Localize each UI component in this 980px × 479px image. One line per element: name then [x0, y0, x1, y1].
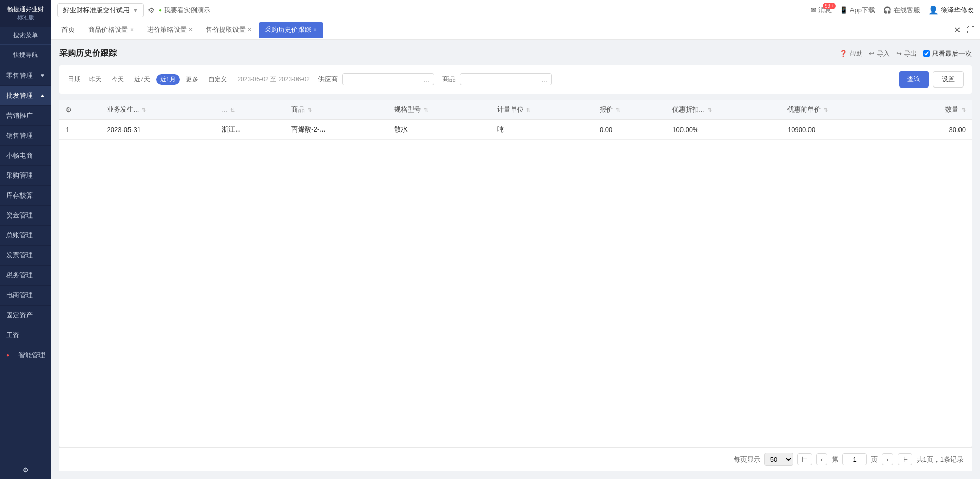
sidebar-item-retail[interactable]: 零售管理 ▼: [0, 66, 51, 86]
only-last-checkbox[interactable]: 只看最后一次: [923, 49, 972, 58]
topbar-user-name: 徐泽华修改: [941, 6, 974, 15]
tab-price-close-icon[interactable]: ×: [130, 26, 134, 33]
th-date[interactable]: 业务发生... ⇅: [101, 100, 216, 120]
topbar-version-selector[interactable]: 好业财标准版交付试用 ▼: [57, 3, 144, 17]
pagination-prev-button[interactable]: ‹: [816, 453, 827, 465]
date-pill-last7[interactable]: 近7天: [130, 74, 154, 85]
sidebar-item-inventory[interactable]: 库存核算: [0, 186, 51, 206]
tab-sale-price[interactable]: 售价提取设置 ×: [200, 22, 258, 38]
export-icon: ↪: [896, 50, 902, 57]
sidebar-item-sales[interactable]: 销售管理: [0, 126, 51, 146]
th-gear[interactable]: ⚙: [59, 100, 101, 120]
tab-history-price[interactable]: 采购历史价跟踪 ×: [259, 22, 323, 38]
sidebar-item-wholesale[interactable]: 批发管理 ▲: [0, 86, 51, 106]
tab-close-icon[interactable]: ✕: [953, 24, 962, 36]
pagination-page-input[interactable]: [847, 455, 862, 463]
pagination-page-suffix: 页: [871, 455, 878, 464]
sidebar-item-wholesale-arrow: ▲: [40, 93, 45, 98]
th-pre-price-sort-icon: ⇅: [824, 107, 828, 113]
th-discount[interactable]: 优惠折扣... ⇅: [666, 100, 781, 120]
product-dots-icon[interactable]: ...: [541, 75, 547, 83]
tab-expand-icon[interactable]: ⛶: [966, 25, 976, 36]
sidebar-item-retail-arrow: ▼: [40, 73, 45, 78]
table-body: 1 2023-05-31 浙江... 丙烯酸-2-... 散水 吨 0.00 1…: [59, 120, 972, 140]
tab-price[interactable]: 商品价格设置 ×: [82, 22, 140, 38]
row-pre-price-cell: 10900.00: [781, 120, 899, 140]
row-spec-cell: 散水: [388, 120, 491, 140]
sidebar-item-smart[interactable]: 智能管理: [0, 345, 51, 365]
sidebar-item-inventory-label: 库存核算: [6, 191, 33, 200]
date-pill-today[interactable]: 今天: [108, 74, 128, 85]
row-gear-cell: 1: [59, 120, 101, 140]
th-product[interactable]: 商品 ⇅: [285, 100, 388, 120]
pagination-last-button[interactable]: ⊩: [898, 453, 912, 465]
sidebar-item-marketing-label: 营销推广: [6, 111, 33, 120]
th-price[interactable]: 报价 ⇅: [593, 100, 666, 120]
th-date-sort-icon: ⇅: [142, 107, 146, 113]
sidebar-item-payroll[interactable]: 工资: [0, 325, 51, 345]
th-pre-price[interactable]: 优惠前单价 ⇅: [781, 100, 899, 120]
row-col3-cell: 浙江...: [216, 120, 285, 140]
help-button[interactable]: ❓ 帮助: [839, 49, 863, 58]
sidebar-item-assets[interactable]: 固定资产: [0, 306, 51, 325]
filter-supplier-input[interactable]: [347, 76, 423, 83]
sidebar-item-ecommerce[interactable]: 电商管理: [0, 286, 51, 306]
export-label: 导出: [904, 49, 917, 58]
settings-button[interactable]: 设置: [933, 71, 964, 88]
topbar-demo-link[interactable]: 我要看实例演示: [159, 6, 210, 15]
tab-history-price-close-icon[interactable]: ×: [313, 26, 317, 33]
topbar-message[interactable]: ✉ 消息 99+: [811, 6, 832, 15]
page-title: 采购历史价跟踪: [59, 48, 117, 59]
th-quantity-label: 数量: [945, 105, 958, 113]
message-badge: 99+: [823, 3, 836, 9]
topbar-user[interactable]: 👤 徐泽华修改: [928, 5, 974, 15]
table-header: ⚙ 业务发生... ⇅ ... ⇅ 商品 ⇅: [59, 100, 972, 120]
import-icon: ↩: [869, 50, 875, 57]
sidebar-item-ledger[interactable]: 总账管理: [0, 226, 51, 246]
tab-purchase-strategy[interactable]: 进价策略设置 ×: [141, 22, 199, 38]
th-price-label: 报价: [600, 105, 613, 113]
filter-product-input[interactable]: [464, 76, 541, 83]
tab-sale-price-close-icon[interactable]: ×: [248, 26, 251, 33]
date-pill-more[interactable]: 更多: [182, 74, 202, 85]
import-button[interactable]: ↩ 导入: [869, 49, 890, 58]
topbar: 好业财标准版交付试用 ▼ ⚙ 我要看实例演示 ✉ 消息 99+ 📱 App下载 …: [51, 0, 980, 20]
sidebar-item-invoice[interactable]: 发票管理: [0, 246, 51, 266]
th-unit[interactable]: 计量单位 ⇅: [491, 100, 593, 120]
pagination-first-button[interactable]: ⊨: [797, 453, 812, 465]
sidebar-item-tax[interactable]: 税务管理: [0, 266, 51, 286]
sidebar-item-retail-label: 零售管理: [6, 71, 33, 80]
th-col3[interactable]: ... ⇅: [216, 100, 285, 120]
export-button[interactable]: ↪ 导出: [896, 49, 917, 58]
sidebar-item-invoice-label: 发票管理: [6, 251, 33, 260]
supplier-dots-icon[interactable]: ...: [423, 75, 430, 83]
sidebar: 畅捷通好业财 标准版 搜索菜单 快捷导航 零售管理 ▼ 批发管理 ▲ 营销推广 …: [0, 0, 51, 479]
date-pill-last1m[interactable]: 近1月: [156, 74, 180, 85]
date-pill-custom[interactable]: 自定义: [204, 74, 231, 85]
query-button[interactable]: 查询: [899, 71, 929, 88]
sidebar-settings-icon[interactable]: ⚙: [0, 461, 51, 479]
topbar-app-download[interactable]: 📱 App下载: [840, 6, 875, 15]
topbar-settings-icon[interactable]: ⚙: [148, 6, 155, 14]
th-quantity[interactable]: 数量 ⇅: [899, 100, 972, 120]
tab-home-label: 首页: [61, 25, 75, 34]
tab-home[interactable]: 首页: [55, 22, 81, 38]
data-table: ⚙ 业务发生... ⇅ ... ⇅ 商品 ⇅: [59, 100, 972, 140]
only-last-input[interactable]: [923, 50, 930, 57]
date-pill-yesterday[interactable]: 昨天: [85, 74, 105, 85]
sidebar-item-marketing[interactable]: 营销推广: [0, 106, 51, 126]
tab-purchase-strategy-close-icon[interactable]: ×: [189, 26, 193, 33]
sidebar-item-purchase[interactable]: 采购管理: [0, 166, 51, 186]
sidebar-quick-nav-item[interactable]: 快捷导航: [0, 47, 51, 63]
per-page-select[interactable]: 50 10 20 100: [764, 453, 793, 466]
table-wrap: ⚙ 业务发生... ⇅ ... ⇅ 商品 ⇅: [59, 100, 972, 447]
sidebar-item-finance[interactable]: 资金管理: [0, 206, 51, 226]
pagination-next-button[interactable]: ›: [882, 453, 893, 465]
sidebar-item-ecommerce-small[interactable]: 小畅电商: [0, 146, 51, 166]
sidebar-search[interactable]: 搜索菜单: [0, 27, 51, 45]
topbar-online-service[interactable]: 🎧 在线客服: [883, 6, 920, 15]
th-spec[interactable]: 规格型号 ⇅: [388, 100, 491, 120]
sidebar-item-ecommerce-small-label: 小畅电商: [6, 151, 33, 160]
th-spec-label: 规格型号: [394, 105, 421, 113]
per-page-label: 每页显示: [734, 455, 760, 464]
